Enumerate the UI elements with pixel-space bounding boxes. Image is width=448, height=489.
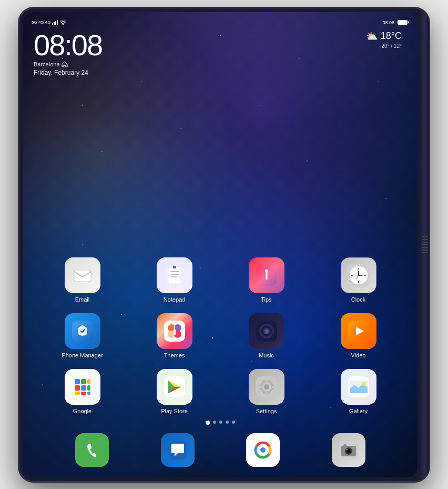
playstore-icon xyxy=(157,369,192,405)
5g-label: 5G 4G 4G xyxy=(32,20,50,25)
clock-date: Friday, February 24 xyxy=(34,69,102,76)
dock xyxy=(23,433,418,467)
svg-text:♪: ♪ xyxy=(264,327,268,335)
chrome-svg xyxy=(253,441,272,460)
app-item-tips[interactable]: i Tips xyxy=(223,257,310,303)
screen: 5G 4G 4G 08:08 xyxy=(23,12,418,477)
clock-icon xyxy=(341,257,376,293)
app-item-gallery[interactable]: Gallery xyxy=(315,369,402,414)
svg-rect-86 xyxy=(353,447,354,448)
app-item-video[interactable]: Video xyxy=(315,313,402,358)
dock-item-chrome[interactable] xyxy=(246,433,280,467)
page-dot-2 xyxy=(213,421,216,424)
settings-label: Settings xyxy=(256,408,277,414)
signal-icon xyxy=(52,20,58,25)
page-dot-4 xyxy=(226,421,229,424)
svg-point-60 xyxy=(264,384,269,390)
phonemanager-svg xyxy=(72,321,93,342)
app-item-settings[interactable]: Settings xyxy=(223,369,310,414)
music-svg: ♪ xyxy=(256,321,277,342)
weather-temp: ⛅ 18°C xyxy=(366,31,402,42)
weather-range: 20° / 12° xyxy=(366,43,402,49)
app-item-playstore[interactable]: Play Store xyxy=(131,369,218,414)
messages-dock-icon xyxy=(161,433,195,467)
video-icon xyxy=(341,313,376,349)
settings-icon xyxy=(249,369,284,405)
svg-point-71 xyxy=(362,382,366,386)
notepad-svg xyxy=(164,265,185,286)
email-label: Email xyxy=(75,296,90,303)
page-dot-1 xyxy=(206,421,210,425)
svg-rect-2 xyxy=(55,21,56,25)
dock-item-messages[interactable] xyxy=(161,433,195,467)
status-right: 08:08 xyxy=(382,19,409,25)
themes-icon xyxy=(157,313,192,349)
svg-rect-50 xyxy=(75,385,80,391)
battery-icon xyxy=(398,19,409,25)
weather-icon: ⛅ xyxy=(366,31,378,42)
app-item-music[interactable]: ♪ Music xyxy=(223,313,310,358)
spine-line xyxy=(422,236,428,237)
spine-line xyxy=(422,242,428,243)
wifi-signal-icon xyxy=(60,20,66,25)
app-item-notepad[interactable]: Notepad xyxy=(131,257,218,303)
svg-rect-15 xyxy=(173,266,176,268)
svg-rect-52 xyxy=(87,385,90,391)
themes-svg xyxy=(164,321,185,342)
playstore-svg xyxy=(164,376,185,397)
phone-svg xyxy=(83,441,101,460)
svg-rect-3 xyxy=(57,20,58,25)
dock-item-camera[interactable] xyxy=(332,433,365,467)
svg-rect-47 xyxy=(75,379,80,384)
email-svg xyxy=(72,265,93,286)
music-label: Music xyxy=(259,352,274,358)
svg-rect-61 xyxy=(266,378,268,382)
svg-point-29 xyxy=(358,274,360,276)
email-icon xyxy=(65,257,100,293)
home-icon xyxy=(62,61,68,67)
app-item-phonemanager[interactable]: Phone Manager xyxy=(39,313,126,358)
spine-line xyxy=(422,244,428,245)
spine-detail xyxy=(422,236,428,253)
tips-label: Tips xyxy=(261,296,271,303)
temperature: 18°C xyxy=(381,31,402,42)
playstore-label: Play Store xyxy=(161,408,188,414)
messages-svg xyxy=(168,441,187,460)
page-dot-5 xyxy=(232,421,235,424)
svg-rect-51 xyxy=(81,385,86,391)
clock-svg xyxy=(347,264,370,287)
svg-point-18 xyxy=(265,270,268,273)
tips-svg: i xyxy=(256,265,277,286)
phone-body: 5G 4G 4G 08:08 xyxy=(19,8,429,482)
spine-line xyxy=(422,250,428,251)
app-item-clock[interactable]: Clock xyxy=(315,257,402,303)
page-indicators xyxy=(23,421,418,425)
spine-line xyxy=(422,239,428,240)
svg-rect-48 xyxy=(81,379,86,384)
svg-rect-63 xyxy=(258,386,262,388)
phonemanager-label: Phone Manager xyxy=(62,352,103,358)
weather-widget: ⛅ 18°C 20° / 12° xyxy=(366,31,402,49)
phonemanager-icon xyxy=(65,313,100,349)
svg-rect-72 xyxy=(350,392,368,393)
gallery-svg xyxy=(348,376,369,397)
svg-rect-11 xyxy=(168,268,181,284)
svg-rect-62 xyxy=(266,392,268,395)
svg-rect-55 xyxy=(87,392,90,395)
svg-rect-1 xyxy=(54,22,55,25)
svg-rect-37 xyxy=(174,326,175,330)
themes-label: Themes xyxy=(164,352,185,358)
google-icon xyxy=(65,369,100,405)
google-svg xyxy=(72,376,93,397)
dock-item-phone[interactable] xyxy=(75,433,109,467)
video-svg xyxy=(348,321,369,342)
svg-point-84 xyxy=(346,448,348,450)
svg-rect-9 xyxy=(74,270,91,282)
app-item-email[interactable]: Email xyxy=(39,257,126,303)
app-item-google[interactable]: Google xyxy=(39,369,126,414)
device-frame: 5G 4G 4G 08:08 xyxy=(19,8,429,482)
app-item-themes[interactable]: Themes xyxy=(131,313,218,358)
music-icon: ♪ xyxy=(249,313,284,349)
svg-rect-7 xyxy=(408,22,409,24)
svg-rect-85 xyxy=(343,444,347,446)
